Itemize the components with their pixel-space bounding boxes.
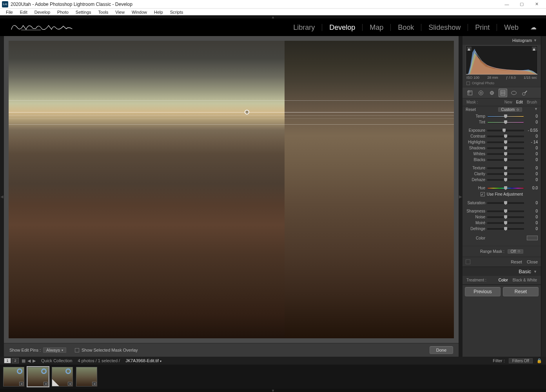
slider-saturation[interactable]: Saturation0: [466, 200, 538, 206]
minimize-button[interactable]: —: [503, 1, 510, 8]
slider-value-hue[interactable]: 0.0: [526, 186, 538, 190]
filmstrip-thumb-4[interactable]: ⧈: [76, 367, 97, 387]
slider-whites[interactable]: Whites0: [466, 151, 538, 157]
slider-thumb-exposure[interactable]: [502, 129, 506, 132]
grid-view-icon[interactable]: ▦: [22, 358, 25, 363]
module-slideshow[interactable]: Slideshow: [421, 24, 468, 31]
slider-value-saturation[interactable]: 0: [526, 201, 538, 205]
slider-thumb-texture[interactable]: [504, 166, 507, 170]
slider-shadows[interactable]: Shadows0: [466, 145, 538, 151]
slider-value-defringe[interactable]: 0: [526, 227, 538, 231]
mask-tab-new[interactable]: New: [504, 100, 512, 104]
slider-track-moire[interactable]: [487, 222, 524, 224]
effect-preset-dropdown[interactable]: Custom◇: [498, 107, 522, 112]
slider-thumb-sharpness[interactable]: [504, 209, 507, 213]
slider-value-exposure[interactable]: - 0.55: [526, 128, 538, 132]
slider-track-noise[interactable]: [487, 216, 524, 218]
slider-track-exposure[interactable]: [487, 130, 524, 131]
slider-value-whites[interactable]: 0: [526, 152, 538, 156]
top-panel-toggle[interactable]: ▲: [0, 15, 546, 18]
filter-dropdown[interactable]: Filters Off: [509, 358, 533, 363]
histogram-header[interactable]: Histogram▼: [463, 36, 541, 45]
show-edit-pins-dropdown[interactable]: Always▾: [43, 347, 66, 353]
slider-hue[interactable]: Hue0.0: [466, 185, 538, 191]
mask-toggle-switch-icon[interactable]: [466, 260, 470, 264]
slider-thumb-blacks[interactable]: [504, 158, 507, 162]
menu-photo[interactable]: Photo: [54, 9, 72, 16]
filter-lock-icon[interactable]: 🔒: [537, 358, 542, 363]
slider-track-texture[interactable]: [487, 167, 524, 169]
collection-name[interactable]: Quick Collection: [41, 358, 72, 363]
menu-scripts[interactable]: Scripts: [167, 9, 187, 16]
basic-panel-header[interactable]: Basic▼: [463, 267, 541, 276]
range-mask-dropdown[interactable]: Off◇: [508, 249, 523, 254]
slider-track-shadows[interactable]: [487, 147, 524, 149]
slider-thumb-tint[interactable]: [504, 120, 507, 124]
done-button[interactable]: Done: [430, 346, 453, 354]
slider-value-clarity[interactable]: 0: [526, 172, 538, 176]
menu-tools[interactable]: Tools: [95, 9, 112, 16]
slider-value-contrast[interactable]: 0: [526, 134, 538, 138]
mask-tab-edit[interactable]: Edit: [516, 100, 523, 104]
previous-button[interactable]: Previous: [465, 287, 501, 296]
identity-plate[interactable]: [9, 20, 103, 35]
slider-track-highlights[interactable]: [487, 142, 524, 143]
cloud-sync-icon[interactable]: ☁: [530, 24, 537, 31]
reset-button[interactable]: Reset: [503, 287, 539, 296]
module-develop[interactable]: Develop: [322, 24, 362, 31]
slider-thumb-defringe[interactable]: [504, 227, 507, 231]
slider-value-blacks[interactable]: 0: [526, 158, 538, 162]
current-filename[interactable]: JK7A3968-Edit.tif ▾: [125, 358, 161, 363]
right-panel-scrollbar[interactable]: [541, 36, 546, 357]
slider-value-tint[interactable]: 0: [526, 120, 538, 124]
slider-temp[interactable]: Temp0: [466, 113, 538, 119]
left-panel-toggle[interactable]: ◀: [0, 36, 4, 357]
slider-noise[interactable]: Noise0: [466, 214, 538, 220]
mask-panel-disclosure-icon[interactable]: ▼: [534, 107, 538, 111]
filmstrip-thumb-3[interactable]: ⧈: [52, 367, 73, 387]
slider-thumb-contrast[interactable]: [504, 134, 507, 138]
graduated-filter-line-mid[interactable]: [9, 112, 454, 113]
nav-prev-icon[interactable]: ◀: [27, 358, 31, 363]
adjustment-brush-tool-icon[interactable]: [521, 89, 529, 97]
graduated-filter-line-bottom[interactable]: [9, 124, 454, 125]
slider-sharpness[interactable]: Sharpness0: [466, 208, 538, 214]
slider-track-clarity[interactable]: [487, 173, 524, 175]
mask-reset-button[interactable]: Reset: [511, 260, 522, 264]
slider-value-noise[interactable]: 0: [526, 215, 538, 219]
module-map[interactable]: Map: [362, 24, 390, 31]
slider-value-highlights[interactable]: - 14: [526, 140, 538, 144]
close-button[interactable]: ✕: [533, 1, 540, 8]
menu-develop[interactable]: Develop: [31, 9, 54, 16]
slider-track-whites[interactable]: [487, 153, 524, 155]
menu-window[interactable]: Window: [128, 9, 151, 16]
slider-value-texture[interactable]: 0: [526, 166, 538, 170]
slider-value-dehaze[interactable]: 0: [526, 178, 538, 182]
clipping-highlights-icon[interactable]: ▲: [532, 47, 537, 51]
slider-track-tint[interactable]: [487, 122, 524, 123]
slider-value-sharpness[interactable]: 0: [526, 209, 538, 213]
slider-thumb-saturation[interactable]: [504, 201, 507, 205]
mask-tab-brush[interactable]: Brush: [527, 100, 537, 104]
filmstrip-thumb-2[interactable]: ⧈: [27, 367, 49, 387]
slider-clarity[interactable]: Clarity0: [466, 171, 538, 177]
menu-help[interactable]: Help: [151, 9, 167, 16]
slider-thumb-dehaze[interactable]: [504, 178, 507, 182]
slider-track-sharpness[interactable]: [487, 211, 524, 212]
original-photo-toggle[interactable]: Original Photo: [463, 80, 541, 87]
slider-exposure[interactable]: Exposure- 0.55: [466, 127, 538, 133]
slider-track-dehaze[interactable]: [487, 179, 524, 181]
graduated-filter-pin[interactable]: [245, 110, 249, 114]
menu-file[interactable]: File: [2, 9, 16, 16]
maximize-button[interactable]: ▢: [518, 1, 525, 8]
filmstrip-thumb-1[interactable]: ⧈: [3, 367, 24, 387]
nav-next-icon[interactable]: ▶: [33, 358, 36, 363]
menu-edit[interactable]: Edit: [16, 9, 31, 16]
slider-track-contrast[interactable]: [487, 136, 524, 137]
filmstrip[interactable]: ⧈ ⧈ ⧈ ⧈: [0, 365, 546, 389]
crop-tool-icon[interactable]: [466, 89, 474, 97]
module-library[interactable]: Library: [286, 24, 322, 31]
screen-mode-1[interactable]: 1: [4, 358, 11, 363]
preview-area[interactable]: [4, 36, 459, 343]
slider-value-shadows[interactable]: 0: [526, 146, 538, 150]
